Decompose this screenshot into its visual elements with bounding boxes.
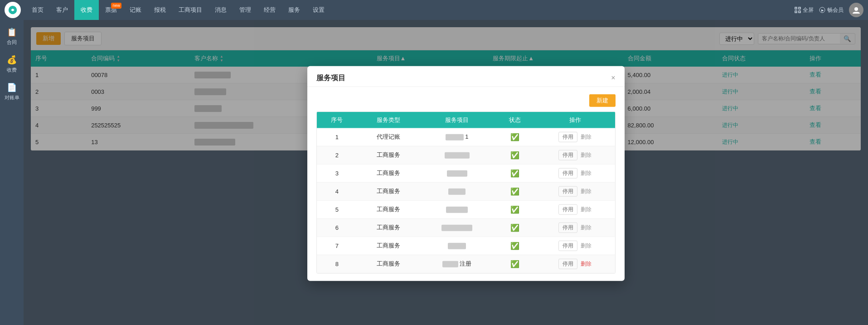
service-table: 序号 服务类型 服务项目 状态 操作 1 代理记账 — [317, 112, 615, 273]
modal-table-row: 3 工商服务 ✅ 停用 删除 — [317, 164, 615, 182]
nav-jingying[interactable]: 经营 — [257, 0, 282, 20]
modal-table-row: 7 工商服务 ✅ 停用 删除 — [317, 237, 615, 255]
modal-cell-status: ✅ — [495, 200, 535, 218]
modal-cell-action: 停用 删除 — [535, 237, 615, 255]
stop-button[interactable]: 停用 — [558, 204, 577, 214]
nav-manage[interactable]: 管理 — [233, 0, 257, 20]
modal-toolbar: 新建 — [316, 94, 616, 107]
delete-button[interactable]: 删除 — [581, 205, 592, 213]
svg-rect-2 — [799, 11, 800, 13]
svg-rect-3 — [799, 7, 800, 9]
modal-table-row: 4 工商服务 ✅ 停用 删除 — [317, 182, 615, 200]
modal-cell-status: ✅ — [495, 164, 535, 182]
modal-col-item: 服务项目 — [419, 112, 495, 128]
stop-button[interactable]: 停用 — [558, 150, 577, 160]
nav-settings[interactable]: 设置 — [306, 0, 331, 20]
modal-col-type: 服务类型 — [357, 112, 419, 128]
sidebar-label-contract: 合同 — [7, 39, 17, 46]
modal-table-row: 6 工商服务 ✅ 停用 删除 — [317, 218, 615, 237]
stop-button[interactable]: 停用 — [558, 258, 577, 269]
stop-button[interactable]: 停用 — [558, 222, 577, 233]
modal-cell-item: 注册 — [419, 255, 495, 273]
modal-cell-type: 工商服务 — [357, 146, 419, 164]
modal-cell-action: 停用 删除 — [535, 182, 615, 200]
svg-point-7 — [854, 7, 858, 11]
main-layout: 📋 合同 💰 收费 📄 对账单 新增 服务项目 进行中 已完成 已停止 — [0, 20, 868, 325]
delete-button[interactable]: 删除 — [581, 242, 592, 249]
modal-cell-type: 工商服务 — [357, 237, 419, 255]
modal-table-row: 8 工商服务 注册 ✅ 停用 删除 — [317, 255, 615, 273]
modal-col-seq: 序号 — [317, 112, 358, 128]
modal-cell-item — [419, 164, 495, 182]
modal-new-button[interactable]: 新建 — [589, 94, 616, 107]
modal-cell-seq: 6 — [317, 218, 358, 237]
user-avatar[interactable] — [849, 3, 863, 17]
modal-cell-status: ✅ — [495, 182, 535, 200]
modal-cell-type: 工商服务 — [357, 164, 419, 182]
modal-cell-item: 1 — [419, 128, 495, 146]
sidebar-label-duizhang: 对账单 — [5, 94, 19, 101]
delete-button[interactable]: 删除 — [581, 151, 592, 159]
modal-col-action: 操作 — [535, 112, 615, 128]
contract-icon: 📋 — [7, 27, 17, 37]
modal-cell-type: 工商服务 — [357, 255, 419, 273]
modal-cell-status: ✅ — [495, 146, 535, 164]
nav-home[interactable]: 首页 — [25, 0, 50, 20]
modal-cell-seq: 7 — [317, 237, 358, 255]
sidebar-item-duizhang[interactable]: 📄 对账单 — [1, 79, 23, 105]
svg-text:▶: ▶ — [821, 9, 824, 12]
stop-button[interactable]: 停用 — [558, 186, 577, 196]
modal-title: 服务项目 — [316, 73, 345, 82]
delete-button[interactable]: 删除 — [581, 133, 592, 141]
new-badge: new — [111, 3, 121, 9]
modal-table-wrapper[interactable]: 序号 服务类型 服务项目 状态 操作 1 代理记账 — [316, 111, 616, 273]
stop-button[interactable]: 停用 — [558, 240, 577, 251]
delete-button[interactable]: 删除 — [581, 187, 592, 195]
sidebar-item-shoufei[interactable]: 💰 收费 — [1, 51, 23, 77]
nav-service[interactable]: 服务 — [282, 0, 306, 20]
modal-cell-seq: 1 — [317, 128, 358, 146]
modal-table-row: 2 工商服务 ✅ 停用 删除 — [317, 146, 615, 164]
nav-piaoju[interactable]: 票据 new — [99, 0, 123, 20]
fullscreen-btn[interactable]: 全屏 — [795, 6, 814, 14]
delete-button[interactable]: 删除 — [581, 260, 592, 267]
modal-col-status: 状态 — [495, 112, 535, 128]
modal-header: 服务项目 × — [307, 66, 625, 87]
nav-message[interactable]: 消息 — [209, 0, 233, 20]
delete-button[interactable]: 删除 — [581, 169, 592, 177]
nav-customer[interactable]: 客户 — [50, 0, 74, 20]
modal-table-row: 1 代理记账 1 ✅ 停用 删除 — [317, 128, 615, 146]
modal-cell-status: ✅ — [495, 237, 535, 255]
stop-button[interactable]: 停用 — [558, 168, 577, 178]
left-sidebar: 📋 合同 💰 收费 📄 对账单 — [0, 20, 24, 325]
stop-button[interactable]: 停用 — [558, 131, 577, 142]
sidebar-item-contract[interactable]: 📋 合同 — [1, 24, 23, 49]
nav-baoshui[interactable]: 报税 — [148, 0, 172, 20]
nav-right-section: 全屏 ▶ 畅会员 — [795, 3, 863, 17]
svg-rect-4 — [795, 11, 797, 13]
nav-shoufei[interactable]: 收费 — [74, 0, 99, 20]
modal-table-row: 5 工商服务 ✅ 停用 删除 — [317, 200, 615, 218]
duizhang-icon: 📄 — [7, 82, 17, 92]
modal-close-button[interactable]: × — [611, 74, 615, 82]
modal-cell-action: 停用 删除 — [535, 164, 615, 182]
modal-cell-seq: 3 — [317, 164, 358, 182]
modal-cell-status: ✅ — [495, 128, 535, 146]
modal-cell-type: 工商服务 — [357, 218, 419, 237]
modal-cell-action: 停用 删除 — [535, 218, 615, 237]
delete-button[interactable]: 删除 — [581, 223, 592, 231]
top-navigation: 首页 客户 收费 票据 new 记账 报税 工商项目 消息 管理 经营 服务 设… — [0, 0, 868, 20]
modal-cell-status: ✅ — [495, 255, 535, 273]
modal-cell-seq: 5 — [317, 200, 358, 218]
modal-cell-type: 工商服务 — [357, 200, 419, 218]
modal-cell-item — [419, 237, 495, 255]
modal-cell-action: 停用 删除 — [535, 128, 615, 146]
modal-cell-seq: 8 — [317, 255, 358, 273]
nav-jizhang[interactable]: 记账 — [123, 0, 148, 20]
modal-cell-action: 停用 删除 — [535, 200, 615, 218]
modal-cell-seq: 4 — [317, 182, 358, 200]
modal-body: 新建 序号 服务类型 服务项目 状态 操作 — [307, 87, 625, 281]
vip-btn[interactable]: ▶ 畅会员 — [819, 6, 844, 14]
nav-gongshang[interactable]: 工商项目 — [172, 0, 209, 20]
sidebar-label-shoufei: 收费 — [7, 67, 17, 73]
